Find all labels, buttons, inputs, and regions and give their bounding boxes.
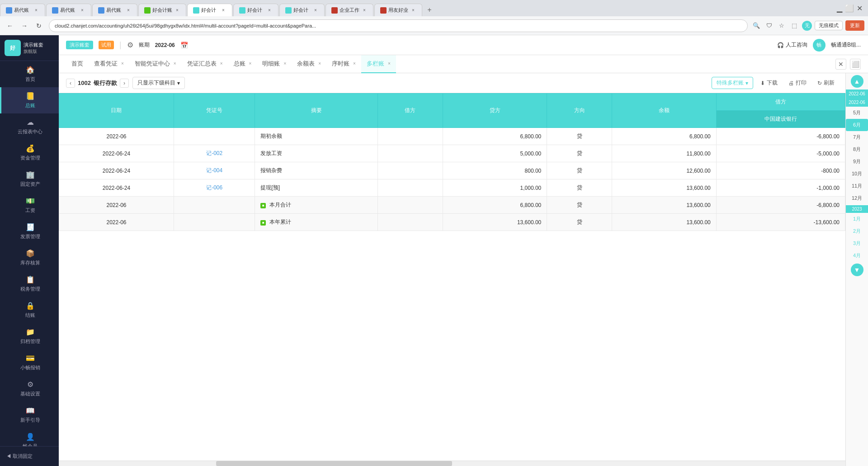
prev-account-button[interactable]: ‹ [66,79,75,88]
calendar-month-9[interactable]: 9月 [846,155,868,168]
search-icon[interactable]: 🔍 [751,21,761,31]
trial-status-badge[interactable]: 试用 [99,41,114,49]
print-button[interactable]: 🖨 打印 [785,77,810,89]
sidebar-item-invoice[interactable]: 🧾 发票管理 [0,218,59,245]
calendar-month-10[interactable]: 10月 [846,168,868,180]
refresh-button[interactable]: ↻ 刷新 [814,77,838,89]
calendar-up-button[interactable]: ▲ [851,75,863,88]
calendar-month-2023-4[interactable]: 4月 [846,249,868,262]
tab-detail-ledger-close[interactable]: × [283,61,286,66]
new-tab-button[interactable]: + [423,4,436,16]
browser-tab-7[interactable]: 好会计 × [279,4,325,16]
cancel-fixed-button[interactable]: ◀ 取消固定 [4,450,55,462]
tab-voucher-summary-close[interactable]: × [220,61,223,66]
sidebar-item-tax[interactable]: 📋 税务管理 [0,271,59,297]
sidebar-item-salary[interactable]: 💵 工资 [0,192,59,218]
h-scroll-thumb[interactable] [216,461,452,466]
tab-home[interactable]: 首页 [66,55,89,73]
tab-8-close[interactable]: × [361,7,368,14]
tab-sequence[interactable]: 序时账 × [326,55,361,73]
update-button[interactable]: 更新 [845,20,864,31]
expand-tab-button[interactable]: ⬜ [850,59,861,70]
tab-detail-ledger[interactable]: 明细账 × [257,55,292,73]
no-trace-button[interactable]: 无痕模式 [815,21,843,30]
tab-7-close[interactable]: × [312,7,319,14]
sidebar-item-assets[interactable]: 🏢 固定资产 [0,166,59,192]
tab-1-close[interactable]: × [33,7,39,14]
reload-button[interactable]: ↻ [33,19,45,32]
sidebar-item-ledger[interactable]: 📒 总账 [0,87,59,113]
tab-smart-voucher[interactable]: 智能凭证中心 × [129,55,182,73]
horizontal-scrollbar[interactable] [59,461,845,466]
tab-2-close[interactable]: × [79,7,85,14]
consult-button[interactable]: 🎧 人工咨询 [777,41,807,49]
row-2-voucher-link[interactable]: 记-002 [206,150,222,156]
sidebar-item-xiaochang[interactable]: 💳 小畅报销 [0,349,59,376]
tab-multi-column-close[interactable]: × [388,61,391,66]
minimize-button[interactable]: ▁ [837,4,842,13]
tab-general-ledger[interactable]: 总账 × [228,55,257,73]
tab-4-close[interactable]: × [174,7,180,14]
browser-tab-9[interactable]: 用友好业 × [374,4,422,16]
calendar-icon[interactable]: 📅 [180,42,188,49]
collapse-tab-button[interactable]: ✕ [835,59,846,70]
calendar-month-2023-2[interactable]: 2月 [846,225,868,237]
browser-tab-5[interactable]: 好会计 × [187,4,232,16]
tab-multi-column[interactable]: 多栏账 × [361,55,396,73]
tab-balance-close[interactable]: × [318,61,321,66]
sidebar-item-settings[interactable]: ⚙ 基础设置 [0,376,59,402]
sidebar-item-close[interactable]: 🔒 结账 [0,297,59,323]
sidebar-item-inventory[interactable]: 📦 库存核算 [0,245,59,271]
tab-9-close[interactable]: × [410,7,416,14]
star-icon[interactable]: ☆ [777,21,787,31]
calendar-month-12[interactable]: 12月 [846,192,868,204]
special-multi-button[interactable]: 特殊多栏账 ▾ [712,77,753,89]
browser-tab-1[interactable]: 易代账 × [0,4,45,16]
tab-voucher-close[interactable]: × [121,61,124,66]
calendar-month-8[interactable]: 8月 [846,143,868,155]
tab-voucher-summary[interactable]: 凭证汇总表 × [182,55,228,73]
shield-icon[interactable]: 🛡 [764,21,774,31]
sidebar-item-guide[interactable]: 📖 新手引导 [0,402,59,428]
forward-button[interactable]: → [18,19,31,32]
header-settings-icon[interactable]: ⚙ [127,41,133,49]
close-button[interactable]: ✕ [857,4,863,13]
calendar-down-button[interactable]: ▼ [851,264,863,276]
calendar-month-6[interactable]: 6月 [846,119,868,131]
browser-extension-icon[interactable]: ⬚ [789,21,799,31]
calendar-month-5[interactable]: 5月 [846,107,868,119]
tab-6-close[interactable]: × [266,7,273,14]
user-account-icon[interactable]: 无 [802,21,812,31]
next-account-button[interactable]: › [120,79,129,88]
browser-tab-4[interactable]: 好会计账 × [138,4,186,16]
row-3-voucher-link[interactable]: 记-004 [206,167,222,174]
tab-voucher[interactable]: 查看凭证 × [89,55,129,73]
calendar-month-11[interactable]: 11月 [846,180,868,192]
tab-sequence-close[interactable]: × [353,61,356,66]
row-3-voucher[interactable]: 记-004 [174,162,255,179]
browser-tab-6[interactable]: 好会计 × [233,4,278,16]
sidebar-item-member[interactable]: 👤 畅会员 [0,428,59,446]
sub-subject-filter[interactable]: 只显示下级科目 ▾ [132,77,185,89]
tab-smart-voucher-close[interactable]: × [174,61,176,66]
tab-5-close[interactable]: × [220,7,226,14]
calendar-month-2023-1[interactable]: 1月 [846,213,868,225]
sidebar-item-cloud-report[interactable]: ☁ 云报表中心 [0,113,59,140]
tab-general-ledger-close[interactable]: × [249,61,252,66]
download-button[interactable]: ⬇ 下载 [757,77,781,89]
tab-3-close[interactable]: × [125,7,132,14]
sidebar-item-home[interactable]: 🏠 首页 [0,61,59,87]
sidebar-item-fund[interactable]: 💰 资金管理 [0,140,59,166]
maximize-button[interactable]: ⬜ [845,4,854,13]
browser-tab-8[interactable]: 企业工作 × [326,4,373,16]
row-4-voucher-link[interactable]: 记-006 [206,184,222,191]
tab-balance[interactable]: 余额表 × [292,55,326,73]
row-2-voucher[interactable]: 记-002 [174,145,255,162]
back-button[interactable]: ← [4,19,16,32]
calendar-month-2023-3[interactable]: 3月 [846,237,868,249]
calendar-month-7[interactable]: 7月 [846,131,868,143]
row-4-voucher[interactable]: 记-006 [174,179,255,197]
sidebar-item-archive[interactable]: 📁 归档管理 [0,323,59,349]
address-input[interactable] [49,19,748,32]
browser-tab-2[interactable]: 易代账 × [46,4,91,16]
